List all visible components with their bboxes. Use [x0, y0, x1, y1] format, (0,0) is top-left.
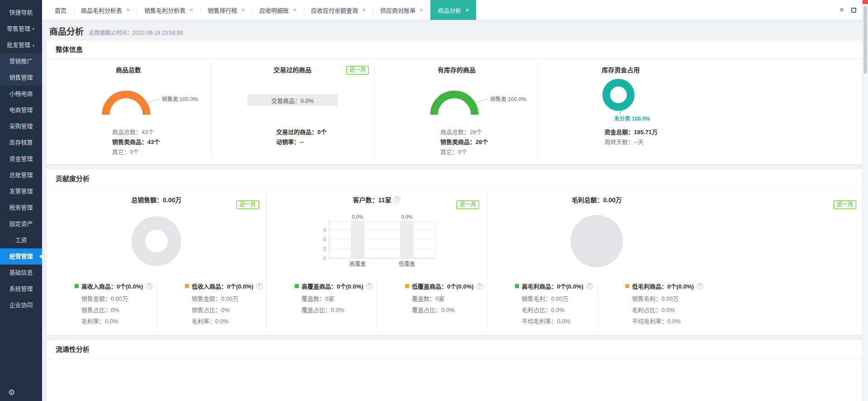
sidebar-item-5[interactable]: 小畅电商: [0, 86, 42, 102]
sidebar-item-8[interactable]: 库存核算: [0, 135, 42, 151]
info-icon[interactable]: ?: [586, 283, 593, 289]
y-tick-label: 6: [323, 237, 326, 242]
tab-label: 商品分析: [438, 6, 461, 14]
panel-title: 总销售额：0.00万: [131, 195, 181, 204]
empty-donut-svg: [127, 211, 186, 271]
sidebar-item-label: 基础信息: [9, 269, 33, 276]
sidebar-item-13[interactable]: 固定资产: [0, 216, 42, 232]
gear-icon[interactable]: ⚙: [8, 388, 15, 397]
sidebar-item-17[interactable]: 系统管理: [0, 281, 42, 297]
stat-line: 其它：0个: [440, 147, 538, 157]
panel-stats: 商品总数：43个 销售类商品：43个 其它：0个: [112, 127, 210, 157]
panel-title: 毛利总额：0.00万: [571, 195, 622, 204]
scrollbar-thumb[interactable]: [863, 6, 867, 74]
group-label: 低收入商品：0个(0.0%): [192, 282, 254, 290]
stat-line: 商品总数：26个: [440, 127, 538, 137]
group-line: 毛利占比：0.0%: [515, 304, 597, 316]
info-icon[interactable]: ?: [476, 283, 483, 289]
sidebar-item-6[interactable]: 电商管理: [0, 102, 42, 118]
info-icon[interactable]: ?: [146, 283, 152, 289]
info-icon[interactable]: ?: [394, 196, 400, 203]
tab-close-icon[interactable]: ×: [126, 6, 130, 14]
gauge-arc: [434, 94, 475, 115]
sidebar-item-label: 发票管理: [9, 188, 33, 195]
sidebar-item-label: 经营管理: [9, 253, 33, 260]
panel-traded-products: 近一月 交易过的商品 交易商品：0.0% 交易过的商品：0个 动销率：--: [210, 63, 374, 157]
stat-line: 动销率：--: [276, 137, 374, 147]
tab-close-icon[interactable]: ×: [241, 6, 245, 14]
tab-close-icon[interactable]: ×: [362, 6, 366, 14]
stat-line: 资金总额：185.71万: [604, 127, 703, 137]
overview-body: 商品总数 销售类:100.0% 商品总数：43个 销售类商品：43个 其它：0: [47, 59, 863, 164]
bar-value-label: 0.0%: [352, 214, 363, 219]
annotation-line: [476, 99, 488, 103]
panel-total-sales: 近一月 总销售额：0.00万: [47, 194, 266, 331]
panel-stats: 资金总额：185.71万 周转天数：--天: [604, 127, 703, 147]
sidebar-item-2[interactable]: 批发管理▲: [0, 37, 42, 53]
tab-3[interactable]: 销售排行榜×: [200, 0, 252, 20]
group-line: 毛利占比：0.0%: [625, 304, 707, 316]
sidebar-item-label: 营销推广: [9, 58, 33, 65]
liquidity-body: [47, 359, 863, 401]
donut-svg: 未分类 100.0%: [551, 77, 691, 124]
tab-0[interactable]: 首页: [47, 0, 74, 20]
stat-group-high-margin: 高毛利商品：0个(0.0%) ? 销售毛利：0.00万 毛利占比：0.0% 平均…: [487, 282, 597, 331]
sidebar: 快捷导航零售管理▼批发管理▲营销推广销售管理小畅电商电商管理采购管理库存核算资金…: [0, 0, 42, 401]
sidebar-item-16[interactable]: 基础信息: [0, 265, 42, 281]
tab-6[interactable]: 供应商对账单×: [373, 0, 430, 20]
tab-1[interactable]: 商品毛利分析表×: [74, 0, 137, 20]
tab-label: 销售毛利分析表: [144, 6, 185, 14]
sidebar-item-1[interactable]: 零售管理▼: [0, 21, 42, 37]
tab-close-icon[interactable]: ×: [189, 6, 193, 14]
sidebar-item-4[interactable]: 销售管理: [0, 70, 42, 86]
section-title-contribution: 贡献度分析: [47, 170, 863, 188]
sidebar-item-14[interactable]: 工资: [0, 232, 42, 248]
page-title: 商品分析: [49, 25, 84, 37]
panel-title: 客户数：11家: [353, 195, 392, 204]
group-label: 高覆盖商品：0个(0.0%): [302, 282, 363, 290]
sidebar-item-10[interactable]: 总账管理: [0, 167, 42, 183]
close-icon[interactable]: ×: [840, 5, 844, 14]
group-line: 平均毛利率：0.0%: [625, 316, 707, 327]
contribution-card: 贡献度分析 近一月 总销售额：0.00万: [47, 170, 863, 335]
panel-stats: 高收入商品：0个(0.0%) ? 销售金额：0.00万 销售占比：0% 毛利率：…: [47, 282, 266, 331]
legend-green-icon: [295, 284, 299, 288]
info-icon[interactable]: ?: [256, 283, 263, 289]
period-badge: 近一月: [236, 200, 259, 209]
info-icon[interactable]: ?: [366, 283, 373, 289]
sidebar-item-7[interactable]: 采购管理: [0, 118, 42, 135]
bar-value-label: 0.0%: [401, 214, 412, 219]
sidebar-item-0[interactable]: 快捷导航: [0, 5, 42, 21]
tab-7[interactable]: 商品分析×: [430, 0, 476, 20]
tab-bar: 首页商品毛利分析表×销售毛利分析表×销售排行榜×应收明细账×应收应付余额查询×供…: [42, 0, 868, 20]
sidebar-item-18[interactable]: 企业协同: [0, 297, 42, 313]
fullscreen-icon[interactable]: [851, 8, 856, 13]
sidebar-item-12[interactable]: 税务管理: [0, 200, 42, 216]
panel-inventory-capital: 库存资金占用 未分类 100.0% 资金总额：185.71万 周转天数：--天: [538, 63, 863, 157]
sidebar-item-9[interactable]: 资金管理: [0, 151, 42, 167]
info-icon[interactable]: ?: [697, 283, 703, 289]
group-line: 销售占比：0%: [185, 304, 266, 316]
page-header: 商品分析 此数据截止时间：2022-09-19 23:59:59: [42, 20, 868, 41]
tab-2[interactable]: 销售毛利分析表×: [137, 0, 200, 20]
group-line: 覆盖数：0家: [405, 293, 486, 304]
sidebar-item-3[interactable]: 营销推广: [0, 53, 42, 70]
sidebar-item-label: 采购管理: [9, 123, 33, 130]
group-line: 销售毛利：0.00万: [515, 293, 597, 304]
overview-card: 整体信息 商品总数 销售类:100.0%: [47, 41, 863, 164]
tab-4[interactable]: 应收明细账×: [252, 0, 304, 20]
group-line: 覆盖占比：0.0%: [405, 304, 486, 316]
sidebar-item-label: 销售管理: [9, 74, 33, 81]
sidebar-item-11[interactable]: 发票管理: [0, 183, 42, 200]
y-tick-label: 0: [323, 256, 326, 261]
tab-close-icon[interactable]: ×: [465, 6, 469, 14]
tab-close-icon[interactable]: ×: [420, 6, 423, 14]
content-area: 商品分析 此数据截止时间：2022-09-19 23:59:59 整体信息 商品…: [42, 20, 868, 401]
tab-close-icon[interactable]: ×: [293, 6, 297, 14]
stocked-products-gauge-chart: 销售类:100.0%: [375, 77, 538, 124]
sidebar-item-15[interactable]: 经营管理: [0, 248, 42, 265]
page-scrollbar[interactable]: [862, 0, 868, 401]
tab-5[interactable]: 应收应付余额查询×: [304, 0, 373, 20]
empty-pie-svg: [567, 211, 627, 271]
panel-stats: 高毛利商品：0个(0.0%) ? 销售毛利：0.00万 毛利占比：0.0% 平均…: [487, 282, 707, 331]
